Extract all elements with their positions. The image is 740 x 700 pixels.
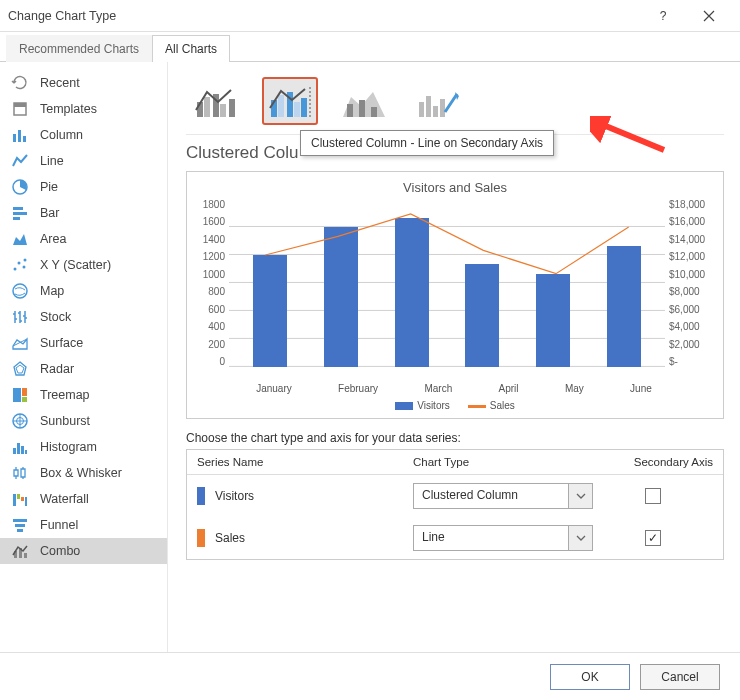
subtype-stacked-area-column[interactable] bbox=[336, 77, 392, 125]
chart-category-list: Recent Templates Column Line Pie Bar Are… bbox=[0, 62, 168, 652]
area-icon bbox=[10, 229, 30, 249]
window-title: Change Chart Type bbox=[8, 9, 116, 23]
nav-map[interactable]: Map bbox=[0, 278, 167, 304]
nav-templates[interactable]: Templates bbox=[0, 96, 167, 122]
col-series-name: Series Name bbox=[197, 456, 413, 468]
radar-icon bbox=[10, 359, 30, 379]
nav-area[interactable]: Area bbox=[0, 226, 167, 252]
svg-rect-24 bbox=[17, 443, 20, 454]
tab-strip: Recommended Charts All Charts bbox=[0, 32, 740, 62]
nav-treemap[interactable]: Treemap bbox=[0, 382, 167, 408]
svg-rect-38 bbox=[204, 97, 210, 117]
chart-preview[interactable]: Visitors and Sales 180016001400120010008… bbox=[186, 171, 724, 419]
secondary-axis-checkbox-sales[interactable] bbox=[645, 530, 661, 546]
dialog-footer: OK Cancel bbox=[0, 652, 740, 700]
nav-label: Histogram bbox=[40, 440, 97, 454]
tab-recommended[interactable]: Recommended Charts bbox=[6, 35, 152, 62]
svg-rect-23 bbox=[13, 448, 16, 454]
nav-label: Area bbox=[40, 232, 66, 246]
nav-label: Funnel bbox=[40, 518, 78, 532]
nav-bar[interactable]: Bar bbox=[0, 200, 167, 226]
subtype-clustered-column-line-secondary[interactable] bbox=[262, 77, 318, 125]
secondary-axis-checkbox-visitors[interactable] bbox=[645, 488, 661, 504]
y-axis-primary: 180016001400120010008006004002000 bbox=[193, 199, 229, 367]
svg-rect-52 bbox=[419, 102, 424, 117]
tab-all-charts[interactable]: All Charts bbox=[152, 35, 230, 62]
subtype-icon bbox=[341, 82, 387, 120]
svg-rect-18 bbox=[13, 388, 21, 402]
nav-pie[interactable]: Pie bbox=[0, 174, 167, 200]
nav-stock[interactable]: Stock bbox=[0, 304, 167, 330]
nav-boxwhisker[interactable]: Box & Whisker bbox=[0, 460, 167, 486]
chart-legend: Visitors Sales bbox=[395, 394, 515, 411]
subtype-icon bbox=[193, 82, 239, 120]
svg-rect-40 bbox=[220, 104, 226, 117]
nav-recent[interactable]: Recent bbox=[0, 70, 167, 96]
plot-area bbox=[229, 199, 665, 367]
nav-label: Map bbox=[40, 284, 64, 298]
svg-rect-20 bbox=[22, 397, 27, 402]
nav-column[interactable]: Column bbox=[0, 122, 167, 148]
svg-rect-55 bbox=[440, 99, 445, 117]
nav-waterfall[interactable]: Waterfall bbox=[0, 486, 167, 512]
bar-icon bbox=[10, 203, 30, 223]
recent-icon bbox=[10, 73, 30, 93]
templates-icon bbox=[10, 99, 30, 119]
nav-label: Bar bbox=[40, 206, 59, 220]
nav-sunburst[interactable]: Sunburst bbox=[0, 408, 167, 434]
help-button[interactable]: ? bbox=[640, 0, 686, 32]
svg-rect-53 bbox=[426, 96, 431, 117]
boxwhisker-icon bbox=[10, 463, 30, 483]
nav-combo[interactable]: Combo bbox=[0, 538, 167, 564]
x-axis-labels: JanuaryFebruaryMarchAprilMayJune bbox=[193, 379, 717, 394]
nav-funnel[interactable]: Funnel bbox=[0, 512, 167, 538]
sunburst-icon bbox=[10, 411, 30, 431]
svg-rect-9 bbox=[13, 217, 20, 220]
stock-icon bbox=[10, 307, 30, 327]
funnel-icon bbox=[10, 515, 30, 535]
annotation-arrow-icon bbox=[590, 116, 670, 156]
svg-rect-54 bbox=[433, 106, 438, 117]
svg-rect-41 bbox=[229, 99, 235, 117]
map-icon bbox=[10, 281, 30, 301]
nav-radar[interactable]: Radar bbox=[0, 356, 167, 382]
svg-rect-45 bbox=[294, 102, 300, 117]
nav-surface[interactable]: Surface bbox=[0, 330, 167, 356]
svg-rect-27 bbox=[13, 494, 16, 506]
combo-icon bbox=[10, 541, 30, 561]
nav-label: Radar bbox=[40, 362, 74, 376]
close-button[interactable] bbox=[686, 0, 732, 32]
nav-label: Templates bbox=[40, 102, 97, 116]
nav-label: Recent bbox=[40, 76, 80, 90]
waterfall-icon bbox=[10, 489, 30, 509]
nav-label: Pie bbox=[40, 180, 58, 194]
nav-line[interactable]: Line bbox=[0, 148, 167, 174]
svg-rect-30 bbox=[25, 497, 27, 506]
chevron-down-icon bbox=[568, 526, 592, 550]
close-icon bbox=[703, 10, 715, 22]
svg-rect-31 bbox=[13, 519, 27, 522]
svg-rect-33 bbox=[17, 529, 23, 532]
scatter-icon bbox=[10, 255, 30, 275]
histogram-icon bbox=[10, 437, 30, 457]
nav-label: Combo bbox=[40, 544, 80, 558]
series-name-label: Sales bbox=[215, 531, 245, 545]
nav-scatter[interactable]: X Y (Scatter) bbox=[0, 252, 167, 278]
svg-rect-3 bbox=[13, 134, 16, 142]
subtype-custom[interactable] bbox=[410, 77, 466, 125]
nav-label: Line bbox=[40, 154, 64, 168]
subtype-icon bbox=[267, 82, 313, 120]
cancel-button[interactable]: Cancel bbox=[640, 664, 720, 690]
nav-label: X Y (Scatter) bbox=[40, 258, 111, 272]
subtype-clustered-column-line[interactable] bbox=[188, 77, 244, 125]
nav-histogram[interactable]: Histogram bbox=[0, 434, 167, 460]
svg-point-15 bbox=[13, 284, 27, 298]
subtype-icon bbox=[415, 82, 461, 120]
series-config-table: Series Name Chart Type Secondary Axis Vi… bbox=[186, 449, 724, 560]
ok-button[interactable]: OK bbox=[550, 664, 630, 690]
chart-type-select-sales[interactable]: Line bbox=[413, 525, 593, 551]
svg-rect-28 bbox=[17, 494, 20, 499]
subtype-tooltip: Clustered Column - Line on Secondary Axi… bbox=[300, 130, 554, 156]
chart-type-select-visitors[interactable]: Clustered Column bbox=[413, 483, 593, 509]
svg-rect-32 bbox=[15, 524, 25, 527]
